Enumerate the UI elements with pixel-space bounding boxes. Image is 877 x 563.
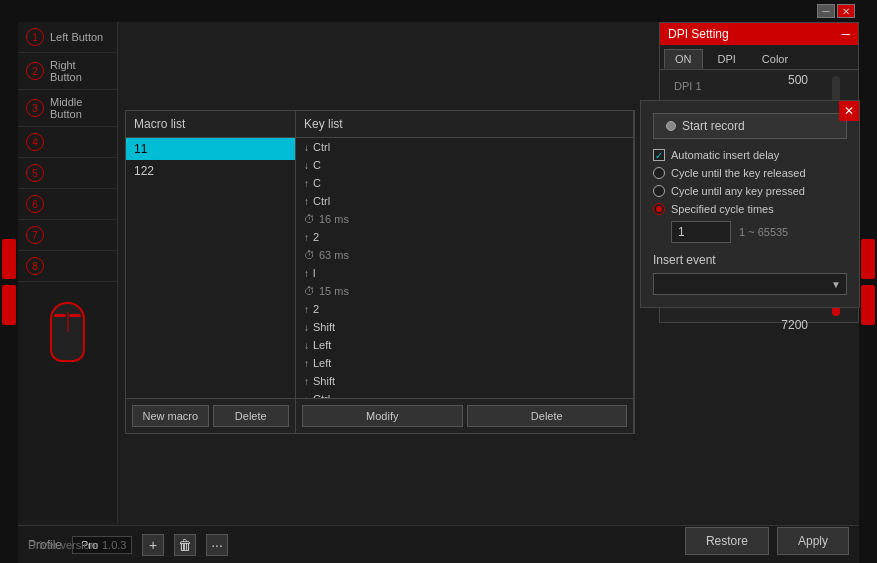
- sidebar-label-3: Middle Button: [50, 96, 109, 120]
- cycle-input-row: 1 ~ 65535: [671, 221, 847, 243]
- timer-label: 63 ms: [319, 249, 349, 261]
- sidebar-item-3[interactable]: 3 Middle Button: [18, 90, 117, 127]
- macro-editor-dialog: Macro list 11 122 New macro Delete Key l…: [125, 110, 635, 434]
- key-label: Left: [313, 339, 331, 351]
- dpi-tab-color[interactable]: Color: [751, 49, 799, 69]
- left-sidebar: 1 Left Button 2 Right Button 3 Middle Bu…: [18, 22, 118, 523]
- sidebar-num-4: 4: [26, 133, 44, 151]
- radio-cycle-key-released[interactable]: Cycle until the key released: [653, 167, 847, 179]
- macro-btn-row: New macro Delete: [126, 398, 295, 433]
- key-btn-row: Modify Delete: [296, 398, 633, 433]
- sidebar-item-1[interactable]: 1 Left Button: [18, 22, 117, 53]
- macro-item-0[interactable]: 11: [126, 138, 295, 160]
- delete-key-button[interactable]: Delete: [467, 405, 628, 427]
- arrow-up-icon: ↑: [304, 358, 309, 369]
- auto-insert-delay-checkbox[interactable]: ✓: [653, 149, 665, 161]
- insert-event-label: Insert event: [653, 253, 847, 267]
- sidebar-item-6[interactable]: 6: [18, 189, 117, 220]
- auto-insert-delay-row[interactable]: ✓ Automatic insert delay: [653, 149, 847, 161]
- radio-cycle-key-released-btn[interactable]: [653, 167, 665, 179]
- delete-macro-button[interactable]: Delete: [213, 405, 290, 427]
- sidebar-num-3: 3: [26, 99, 44, 117]
- radio-cycle-any-key-label: Cycle until any key pressed: [671, 185, 805, 197]
- radio-cycle-any-key-btn[interactable]: [653, 185, 665, 197]
- arrow-down-icon: ↓: [304, 142, 309, 153]
- right-bar-top: [861, 239, 875, 279]
- key-list-items[interactable]: ↓ Ctrl ↓ C ↑ C ↑ Ctrl: [296, 138, 633, 398]
- auto-insert-delay-label: Automatic insert delay: [671, 149, 779, 161]
- modify-button[interactable]: Modify: [302, 405, 463, 427]
- sidebar-item-4[interactable]: 4: [18, 127, 117, 158]
- sidebar-label-2: Right Button: [50, 59, 109, 83]
- radio-cycle-any-key[interactable]: Cycle until any key pressed: [653, 185, 847, 197]
- key-item-16ms: ⏱ 16 ms: [296, 210, 633, 228]
- delete-profile-button[interactable]: 🗑: [174, 534, 196, 556]
- record-btn-label: Start record: [682, 119, 745, 133]
- key-label: 2: [313, 303, 319, 315]
- options-panel: ✕ Start record ✓ Automatic insert delay …: [640, 100, 860, 308]
- bottom-buttons: Restore Apply: [685, 527, 849, 555]
- key-label: C: [313, 159, 321, 171]
- more-profile-button[interactable]: ···: [206, 534, 228, 556]
- left-bar-bottom: [2, 285, 16, 325]
- key-item-left-down: ↓ Left: [296, 336, 633, 354]
- sidebar-num-7: 7: [26, 226, 44, 244]
- options-close-button[interactable]: ✕: [839, 101, 859, 121]
- left-decoration: [0, 0, 18, 563]
- arrow-up-icon: ↑: [304, 178, 309, 189]
- minimize-button[interactable]: ─: [817, 4, 835, 18]
- add-profile-button[interactable]: +: [142, 534, 164, 556]
- key-item-l-up: ↑ l: [296, 264, 633, 282]
- radio-inner-icon: [656, 206, 662, 212]
- arrow-up-icon: ↑: [304, 196, 309, 207]
- macro-list-header: Macro list: [126, 111, 295, 138]
- radio-specified-cycle[interactable]: Specified cycle times: [653, 203, 847, 215]
- key-item-ctrl-up: ↑ Ctrl: [296, 192, 633, 210]
- dpi-tab-dpi[interactable]: DPI: [707, 49, 747, 69]
- arrow-down-icon: ↓: [304, 322, 309, 333]
- left-bar-top: [2, 239, 16, 279]
- key-label: Ctrl: [313, 393, 330, 398]
- arrow-up-icon: ↑: [304, 304, 309, 315]
- dpi-titlebar: DPI Setting ─: [660, 23, 858, 45]
- dpi-tab-on[interactable]: ON: [664, 49, 703, 69]
- new-macro-button[interactable]: New macro: [132, 405, 209, 427]
- right-bar-bottom: [861, 285, 875, 325]
- arrow-down-icon: ↓: [304, 340, 309, 351]
- sidebar-num-5: 5: [26, 164, 44, 182]
- title-bar: ─ ✕: [18, 0, 859, 22]
- insert-event-select[interactable]: [653, 273, 847, 295]
- macro-list-items[interactable]: 11 122: [126, 138, 295, 398]
- radio-specified-cycle-btn[interactable]: [653, 203, 665, 215]
- radio-cycle-key-released-label: Cycle until the key released: [671, 167, 806, 179]
- radio-specified-cycle-label: Specified cycle times: [671, 203, 774, 215]
- arrow-up-icon: ↑: [304, 376, 309, 387]
- sidebar-item-7[interactable]: 7: [18, 220, 117, 251]
- timer-label: 15 ms: [319, 285, 349, 297]
- cycle-times-input[interactable]: [671, 221, 731, 243]
- key-item-ctrl-down: ↓ Ctrl: [296, 138, 633, 156]
- dpi-value-bottom: 7200: [781, 318, 808, 332]
- sidebar-num-6: 6: [26, 195, 44, 213]
- sidebar-item-5[interactable]: 5: [18, 158, 117, 189]
- checkmark-icon: ✓: [655, 150, 663, 161]
- macro-item-1[interactable]: 122: [126, 160, 295, 182]
- sidebar-item-8[interactable]: 8: [18, 251, 117, 282]
- sidebar-item-2[interactable]: 2 Right Button: [18, 53, 117, 90]
- key-item-63ms: ⏱ 63 ms: [296, 246, 633, 264]
- close-button[interactable]: ✕: [837, 4, 855, 18]
- start-record-button[interactable]: Start record: [653, 113, 847, 139]
- key-item-shift-down: ↓ Shift: [296, 318, 633, 336]
- main-window: ─ ✕ 1 Left Button 2 Right Button 3 Middl…: [0, 0, 877, 563]
- dpi-minimize-btn[interactable]: ─: [841, 27, 850, 41]
- record-dot-icon: [666, 121, 676, 131]
- macro-editor-body: Macro list 11 122 New macro Delete Key l…: [126, 111, 634, 433]
- restore-button[interactable]: Restore: [685, 527, 769, 555]
- key-label: Left: [313, 357, 331, 369]
- key-item-ctrl-down2: ↓ Ctrl: [296, 390, 633, 398]
- timer-icon: ⏱: [304, 213, 315, 225]
- sidebar-label-1: Left Button: [50, 31, 103, 43]
- apply-button[interactable]: Apply: [777, 527, 849, 555]
- driver-version: Driver version: 1.0.3: [28, 539, 126, 551]
- key-item-c-down: ↓ C: [296, 156, 633, 174]
